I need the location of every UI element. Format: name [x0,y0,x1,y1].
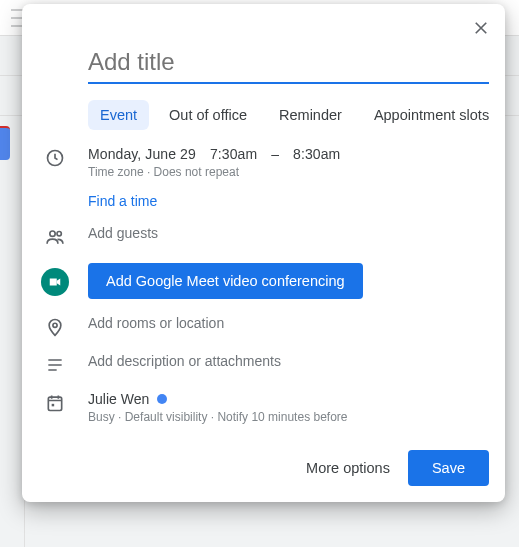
add-guests-field[interactable]: Add guests [88,225,158,241]
svg-rect-4 [48,397,61,410]
tab-reminder[interactable]: Reminder [267,100,354,130]
add-description-field[interactable]: Add description or attachments [88,353,281,369]
notification-label[interactable]: Notify 10 minutes before [217,410,347,424]
tab-event[interactable]: Event [88,100,149,130]
visibility-label[interactable]: Default visibility [125,410,208,424]
organizer-name: Julie Wen [88,391,149,407]
save-button[interactable]: Save [408,450,489,486]
tab-appointment-slots[interactable]: Appointment slots [362,100,501,130]
more-options-button[interactable]: More options [306,460,390,476]
close-button[interactable] [465,12,497,44]
description-icon [45,355,65,375]
find-a-time-link[interactable]: Find a time [88,193,157,209]
tab-out-of-office[interactable]: Out of office [157,100,259,130]
availability-label[interactable]: Busy [88,410,115,424]
event-date[interactable]: Monday, June 29 [88,146,196,162]
location-icon [45,317,65,337]
svg-point-3 [53,323,57,327]
calendar-icon [45,393,65,413]
people-icon [45,227,65,247]
add-location-field[interactable]: Add rooms or location [88,315,224,331]
recurrence-link[interactable]: Does not repeat [154,165,239,179]
event-title-input[interactable] [88,44,489,84]
clock-icon [45,148,65,168]
svg-point-2 [57,232,61,236]
event-type-tabs: Event Out of office Reminder Appointment… [22,84,505,138]
calendar-color-dot [157,394,167,404]
quick-create-event-dialog: Event Out of office Reminder Appointment… [22,4,505,502]
event-start-time[interactable]: 7:30am [210,146,257,162]
close-icon [472,19,490,37]
add-video-conferencing-button[interactable]: Add Google Meet video conferencing [88,263,363,299]
time-separator: – [271,146,279,162]
event-end-time[interactable]: 8:30am [293,146,340,162]
google-meet-icon [41,268,69,296]
timezone-link[interactable]: Time zone [88,165,144,179]
svg-rect-5 [52,404,55,407]
svg-point-1 [50,231,55,236]
